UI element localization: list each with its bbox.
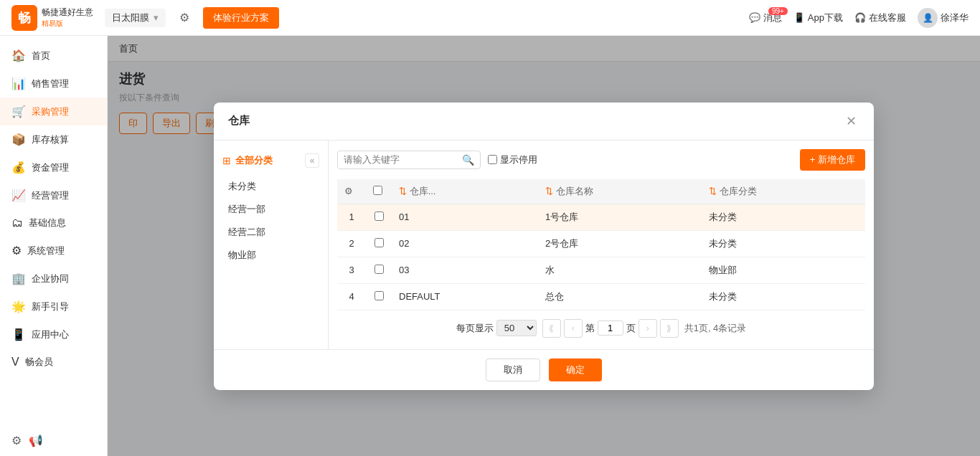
page-input[interactable] — [598, 320, 623, 336]
next-page-button[interactable]: › — [639, 319, 657, 338]
topbar: 畅 畅捷通好生意 精易版 日太阳膜 ▾ ⚙ 体验行业方案 💬 消息 99+ 📱 … — [0, 0, 980, 36]
logo: 畅 畅捷通好生意 精易版 — [11, 5, 93, 31]
first-page-button[interactable]: ⟪ — [542, 319, 561, 338]
row-checkbox-cell — [366, 230, 392, 257]
row-code: DEFAULT — [392, 283, 538, 310]
category-sidebar: ⊞ 全部分类 « 未分类 经营一部 经营二部 物业部 — [214, 141, 329, 349]
collapse-button[interactable]: « — [305, 153, 319, 168]
row-category: 物业部 — [702, 257, 865, 283]
page-info: 共1页, 4条记录 — [684, 322, 747, 335]
system-icon: ⚙ — [11, 244, 22, 257]
avatar: 👤 — [918, 8, 938, 28]
row-index-cell: 1 — [337, 204, 366, 230]
home-icon: 🏠 — [11, 49, 26, 62]
branch-selector[interactable]: 日太阳膜 ▾ — [105, 9, 166, 27]
sidebar-item-members[interactable]: V 畅会员 — [0, 348, 107, 376]
sidebar-item-inventory[interactable]: 📦 库存核算 — [0, 125, 107, 153]
sidebar-item-purchase[interactable]: 🛒 采购管理 — [0, 98, 107, 125]
row-checkbox-cell — [366, 257, 392, 283]
modal-close-button[interactable]: ✕ — [842, 113, 859, 130]
th-category: ⇅ 仓库分类 — [702, 179, 865, 204]
row-checkbox[interactable] — [374, 291, 384, 300]
prev-page-button[interactable]: ‹ — [564, 319, 583, 338]
row-name: 总仓 — [538, 283, 702, 310]
topbar-actions: 💬 消息 99+ 📱 App下载 🎧 在线客服 👤 徐泽华 — [749, 8, 969, 28]
category-item-uncategorized[interactable]: 未分类 — [214, 175, 328, 198]
sidebar-item-guide[interactable]: 🌟 新手引导 — [0, 293, 107, 320]
message-icon: 💬 — [749, 12, 760, 23]
search-input[interactable] — [344, 154, 458, 165]
grid-icon: ⊞ — [222, 155, 231, 166]
category-title: 全部分类 — [235, 154, 273, 167]
enterprise-icon: 🏢 — [11, 272, 26, 285]
sidebar-item-home[interactable]: 🏠 首页 — [0, 42, 107, 70]
table-row[interactable]: 4 DEFAULT 总仓 未分类 — [337, 283, 865, 310]
table-row[interactable]: 2 02 2号仓库 未分类 — [337, 230, 865, 257]
show-disabled-label: 显示停用 — [488, 153, 537, 166]
bottom-settings-icon[interactable]: ⚙ — [11, 434, 22, 447]
table-area: 🔍 显示停用 + 新增仓库 ⚙ — [329, 141, 874, 349]
operations-icon: 📈 — [11, 189, 26, 202]
th-code: ⇅ 仓库... — [392, 179, 538, 204]
warehouse-modal: 仓库 ✕ ⊞ 全部分类 « 未分类 — [214, 103, 874, 390]
category-header: ⊞ 全部分类 « — [214, 149, 328, 172]
app-download-button[interactable]: 📱 App下载 — [793, 11, 843, 24]
add-warehouse-button[interactable]: + 新增仓库 — [800, 149, 865, 171]
row-name: 水 — [538, 257, 702, 283]
per-page-select[interactable]: 50 20 100 — [496, 320, 537, 336]
cancel-button[interactable]: 取消 — [486, 358, 540, 381]
sidebar-item-basic[interactable]: 🗂 基础信息 — [0, 209, 107, 237]
row-name: 1号仓库 — [538, 204, 702, 230]
category-item-ops2[interactable]: 经营二部 — [214, 221, 328, 244]
row-code: 01 — [392, 204, 538, 230]
bottom-speaker-icon[interactable]: 📢 — [29, 434, 43, 447]
sidebar-item-finance[interactable]: 💰 资金管理 — [0, 153, 107, 181]
sort-icon3: ⇅ — [709, 186, 717, 196]
row-checkbox[interactable] — [374, 265, 384, 274]
page-label: 第 — [585, 322, 595, 335]
row-index-cell: 3 — [337, 257, 366, 283]
last-page-button[interactable]: ⟫ — [660, 319, 679, 338]
row-checkbox[interactable] — [374, 212, 384, 221]
sidebar: 🏠 首页 📊 销售管理 🛒 采购管理 📦 库存核算 💰 资金管理 📈 经营管理 … — [0, 36, 108, 456]
purchase-icon: 🛒 — [11, 105, 26, 118]
trial-button[interactable]: 体验行业方案 — [203, 7, 279, 29]
category-item-property[interactable]: 物业部 — [214, 244, 328, 267]
show-disabled-checkbox[interactable] — [488, 155, 497, 164]
guide-icon: 🌟 — [11, 300, 26, 313]
category-item-ops1[interactable]: 经营一部 — [214, 198, 328, 221]
sort-icon: ⇅ — [399, 186, 407, 196]
sidebar-item-sales[interactable]: 📊 销售管理 — [0, 70, 107, 98]
customer-service-button[interactable]: 🎧 在线客服 — [854, 11, 906, 24]
sort-icon2: ⇅ — [545, 186, 553, 196]
settings-icon[interactable]: ⚙ — [173, 6, 196, 29]
table-row[interactable]: 3 03 水 物业部 — [337, 257, 865, 283]
row-checkbox[interactable] — [374, 238, 384, 247]
table-row[interactable]: 1 01 1号仓库 未分类 — [337, 204, 865, 230]
messages-badge: 99+ — [768, 7, 788, 15]
warehouse-table: ⚙ ⇅ 仓库... ⇅ 仓库名称 — [337, 179, 865, 310]
sales-icon: 📊 — [11, 77, 26, 90]
user-menu[interactable]: 👤 徐泽华 — [918, 8, 969, 28]
branch-arrow-icon: ▾ — [154, 12, 159, 23]
search-box: 🔍 — [337, 151, 481, 169]
modal-title: 仓库 — [228, 114, 250, 128]
messages-button[interactable]: 💬 消息 99+ — [749, 11, 782, 24]
modal-header: 仓库 ✕ — [214, 103, 874, 141]
row-category: 未分类 — [702, 230, 865, 257]
apps-icon: 📱 — [11, 328, 26, 341]
confirm-button[interactable]: 确定 — [549, 358, 602, 381]
row-name: 2号仓库 — [538, 230, 702, 257]
sidebar-item-operations[interactable]: 📈 经营管理 — [0, 181, 107, 209]
per-page-section: 每页显示 50 20 100 — [456, 320, 537, 336]
row-checkbox-cell — [366, 204, 392, 230]
sidebar-item-enterprise[interactable]: 🏢 企业协同 — [0, 265, 107, 293]
finance-icon: 💰 — [11, 161, 26, 174]
sidebar-item-apps[interactable]: 📱 应用中心 — [0, 320, 107, 348]
main-layout: 🏠 首页 📊 销售管理 🛒 采购管理 📦 库存核算 💰 资金管理 📈 经营管理 … — [0, 36, 980, 456]
sidebar-item-system[interactable]: ⚙ 系统管理 — [0, 237, 107, 265]
page-navigation: ⟪ ‹ 第 页 › ⟫ — [542, 319, 679, 338]
brand-text: 畅捷通好生意 精易版 — [42, 7, 93, 28]
th-checkbox — [366, 179, 392, 204]
select-all-checkbox[interactable] — [373, 186, 382, 195]
